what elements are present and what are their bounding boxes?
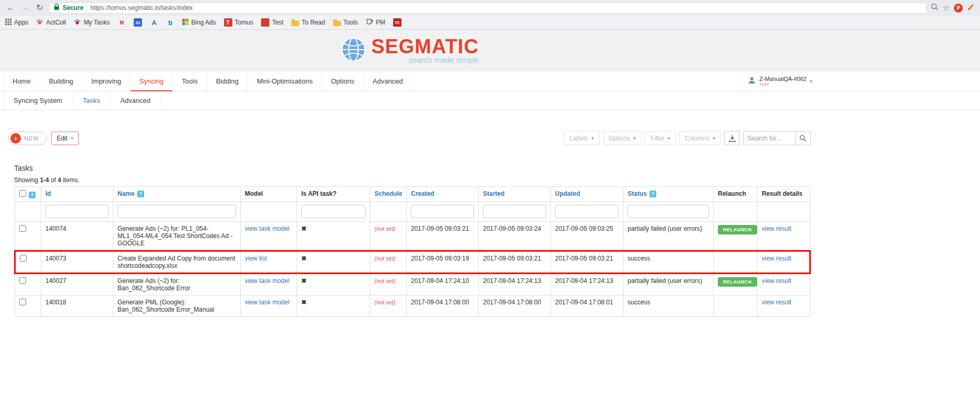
bookmark-test[interactable]: Test	[261, 18, 284, 27]
cell-created: 2017-09-05 09:03:21	[407, 222, 479, 251]
search-button[interactable]	[795, 131, 811, 145]
view-task-model-link[interactable]: view task model	[245, 277, 289, 285]
forward-button[interactable]: →	[20, 4, 30, 12]
nav-item-building[interactable]: Building	[40, 72, 82, 91]
view-result-link[interactable]: view result	[762, 299, 792, 306]
view-task-model-link[interactable]: view task model	[245, 225, 289, 232]
started-filter-input[interactable]	[483, 205, 546, 218]
sort-status[interactable]: Status	[628, 190, 647, 197]
user-name: Z-ManualQA-#062	[759, 76, 807, 82]
view-result-link[interactable]: view result	[762, 255, 792, 262]
api-filter-input[interactable]	[301, 205, 365, 218]
bookmark-to-read[interactable]: To Read	[291, 19, 325, 26]
nav-item-advanced[interactable]: Advanced	[364, 72, 412, 91]
updated-filter-input[interactable]	[555, 205, 619, 218]
status-filter-input[interactable]	[628, 205, 709, 218]
nav-item-tools[interactable]: Tools	[173, 72, 207, 91]
row-checkbox[interactable]	[19, 299, 26, 305]
id-filter-input[interactable]	[45, 205, 109, 218]
status-badge: success	[623, 295, 714, 317]
nav-item-syncing[interactable]: Syncing	[131, 72, 173, 91]
segmatic-globe-logo	[341, 37, 366, 64]
bookmark-tomus[interactable]: T Tomus	[224, 18, 253, 27]
row-checkbox[interactable]	[19, 225, 26, 232]
tab-advanced[interactable]: Advanced	[110, 91, 161, 110]
bookmark-label: Bing Ads	[191, 19, 216, 26]
bookmark-apps[interactable]: Apps	[5, 19, 28, 27]
nav-item-bidding[interactable]: Bidding	[207, 72, 248, 91]
bookmark-calendar[interactable]: 31	[134, 18, 142, 27]
filter-dropdown[interactable]: Filter ▾	[645, 131, 676, 145]
bookmark-gmail[interactable]: M	[117, 18, 126, 27]
help-icon[interactable]: ?	[137, 191, 144, 197]
cell-id: 140073	[41, 251, 113, 274]
back-button[interactable]: ←	[5, 4, 16, 12]
bookmark-tc[interactable]: TC	[393, 18, 402, 27]
view-result-link[interactable]: view result	[762, 225, 792, 232]
reload-button[interactable]: ↻	[34, 4, 45, 12]
view-list-link[interactable]: view list	[245, 255, 267, 262]
nav-item-home[interactable]: Home	[3, 72, 40, 91]
bookmark-star-icon[interactable]: ☆	[943, 3, 950, 13]
row-checkbox[interactable]	[20, 255, 27, 262]
view-task-model-link[interactable]: view task model	[245, 299, 289, 306]
relaunch-button[interactable]: RELAUNCH	[718, 225, 757, 234]
help-icon[interactable]: ?	[29, 192, 36, 198]
download-icon	[729, 135, 736, 142]
columns-dropdown[interactable]: Columns ▾	[679, 131, 721, 145]
main-content: Tasks Showing 1-4 of 4 items. ? Id Name?…	[0, 164, 820, 317]
status-badge: success	[623, 251, 714, 274]
new-button[interactable]: + NEW	[8, 132, 47, 145]
main-nav: Home Building Improving Syncing Tools Bi…	[0, 72, 980, 91]
chevron-down-icon: ▾	[713, 135, 715, 141]
sort-updated[interactable]: Updated	[555, 190, 580, 197]
tab-tasks[interactable]: Tasks	[73, 91, 110, 110]
bookmark-actcoll[interactable]: ActColl	[36, 18, 66, 27]
bookmark-bing-ads[interactable]: Bing Ads	[182, 19, 216, 27]
sort-started[interactable]: Started	[483, 190, 504, 197]
nav-item-options[interactable]: Options	[322, 72, 364, 91]
bookmark-bing[interactable]: b	[166, 18, 174, 27]
header-relaunch: Relaunch	[714, 187, 758, 202]
cell-started: 2017-09-04 17:08:00	[479, 295, 551, 317]
bookmark-label: Test	[272, 19, 284, 26]
plus-icon: +	[10, 133, 21, 144]
edit-button[interactable]: Edit ▾	[51, 132, 79, 145]
options-dropdown[interactable]: Options ▾	[603, 131, 642, 145]
name-filter-input[interactable]	[117, 205, 236, 218]
table-row-highlighted: 140073 Create Expanded Ad Copy from docu…	[15, 251, 810, 274]
extension-p-badge[interactable]: P	[954, 4, 963, 13]
sort-created[interactable]: Created	[411, 190, 434, 197]
labels-dropdown[interactable]: Labels ▾	[564, 131, 599, 145]
cell-started: 2017-09-05 09:03:21	[479, 251, 551, 274]
bookmark-my-tasks[interactable]: My Tasks	[74, 18, 110, 27]
nav-item-improving[interactable]: Improving	[82, 72, 131, 91]
bookmark-pm[interactable]: PM	[366, 18, 385, 27]
tab-syncing-system[interactable]: Syncing System	[3, 91, 73, 110]
gmail-icon: M	[117, 18, 126, 27]
cell-name: Create Expanded Ad Copy from document sh…	[113, 251, 241, 274]
search-input[interactable]	[743, 131, 795, 145]
address-bar[interactable]: Secure https://tomus.segmatic.io/tasks/i…	[49, 3, 927, 14]
view-result-link[interactable]: view result	[762, 277, 792, 285]
sort-schedule[interactable]: Schedule	[374, 190, 402, 197]
created-filter-input[interactable]	[411, 205, 474, 218]
calendar-icon: 31	[134, 18, 142, 27]
bookmark-label: Tomus	[235, 19, 253, 26]
user-menu[interactable]: Z-ManualQA-#062 #280 ▾	[748, 72, 820, 91]
row-checkbox[interactable]	[19, 277, 26, 284]
download-button[interactable]	[724, 131, 740, 145]
bookmark-azure[interactable]: A	[150, 18, 158, 27]
zoom-icon[interactable]	[931, 3, 939, 13]
select-all-checkbox[interactable]	[19, 190, 26, 197]
bookmark-tools[interactable]: Tools	[333, 19, 358, 26]
sort-name[interactable]: Name	[117, 190, 135, 197]
sort-id[interactable]: Id	[45, 190, 51, 197]
pencil-extension-icon[interactable]	[967, 3, 975, 13]
nav-item-mini-optimisations[interactable]: Mini-Optimisations	[248, 72, 322, 91]
status-badge: partially failed (user errors)	[623, 274, 714, 295]
secure-label: Secure	[63, 4, 84, 11]
relaunch-button[interactable]: RELAUNCH	[718, 277, 757, 287]
cell-started: 2017-09-04 17:24:13	[479, 274, 551, 295]
help-icon[interactable]: ?	[650, 191, 656, 197]
